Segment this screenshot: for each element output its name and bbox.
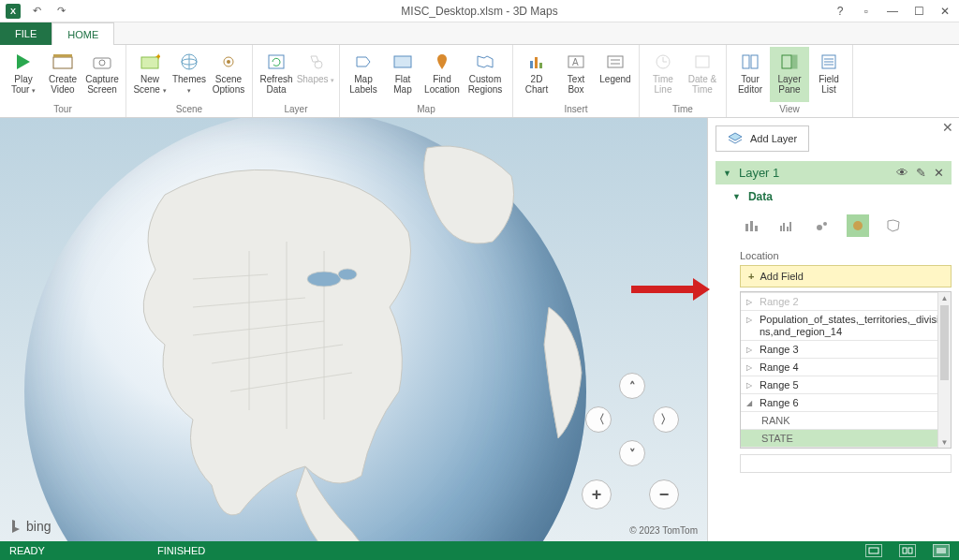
svg-rect-2: [53, 54, 72, 57]
ribbon-options-button[interactable]: ▫: [856, 2, 877, 21]
scroll-up-button[interactable]: ▲: [938, 292, 951, 303]
layer-pane-icon: [778, 51, 801, 73]
svg-rect-50: [908, 548, 912, 553]
svg-point-47: [853, 221, 863, 230]
text-box-button[interactable]: A TextBox: [556, 47, 596, 102]
svg-rect-44: [789, 222, 791, 231]
legend-button[interactable]: Legend: [596, 47, 635, 102]
group-view: TourEditor LayerPane FieldList View: [727, 45, 853, 117]
tilt-up-button[interactable]: ˄: [619, 373, 645, 399]
legend-icon: [604, 51, 627, 73]
add-layer-button[interactable]: Add Layer: [716, 125, 809, 152]
field-list-scrollbar[interactable]: ▲ ▼: [937, 292, 951, 448]
create-video-button[interactable]: CreateVideo: [43, 47, 82, 102]
redo-button[interactable]: ↷: [52, 3, 69, 20]
field-item-state[interactable]: STATE: [741, 430, 951, 448]
svg-marker-0: [17, 54, 30, 69]
field-item-range5[interactable]: ▷Range 5: [741, 376, 951, 394]
zoom-out-button[interactable]: −: [649, 479, 679, 509]
play-tour-button[interactable]: PlayTour: [4, 47, 43, 102]
tilt-down-button[interactable]: ˅: [619, 440, 645, 466]
map-credit: © 2023 TomTom: [629, 525, 698, 536]
globe[interactable]: [24, 118, 586, 541]
close-window-button[interactable]: ✕: [935, 2, 955, 21]
layer-pane-button[interactable]: LayerPane: [770, 47, 809, 102]
svg-rect-42: [783, 223, 785, 231]
close-pane-button[interactable]: ✕: [942, 120, 953, 135]
field-list-button[interactable]: FieldList: [809, 47, 848, 102]
visibility-icon[interactable]: 👁: [896, 166, 908, 180]
status-view2-button[interactable]: [899, 544, 916, 557]
svg-rect-31: [792, 55, 797, 68]
field-item-range6[interactable]: ◢Range 6: [741, 394, 951, 412]
svg-point-36: [307, 272, 341, 287]
capture-screen-button[interactable]: CaptureScreen: [82, 47, 122, 102]
data-section-header[interactable]: ▼ Data: [716, 184, 952, 207]
collapse-icon[interactable]: ▼: [723, 169, 731, 178]
status-finished: FINISHED: [157, 545, 205, 556]
bubble-type[interactable]: [811, 214, 834, 237]
chart-type-picker: [716, 207, 952, 246]
scene-options-button[interactable]: SceneOptions: [209, 47, 248, 102]
date-time-button[interactable]: Date &Time: [683, 47, 722, 102]
scroll-thumb[interactable]: [940, 305, 949, 380]
play-icon: [12, 51, 35, 73]
stacked-column-type[interactable]: [740, 214, 762, 237]
svg-rect-28: [743, 55, 749, 68]
find-location-button[interactable]: FindLocation: [422, 47, 462, 102]
zoom-in-button[interactable]: +: [582, 479, 612, 509]
field-item-range4[interactable]: ▷Range 4: [741, 359, 951, 376]
callout-arrow: [631, 278, 710, 301]
add-field-button[interactable]: + Add Field: [740, 265, 952, 287]
new-scene-button[interactable]: ✦ NewScene: [130, 47, 170, 102]
camera-icon: [91, 51, 113, 73]
svg-rect-27: [696, 56, 709, 67]
ribbon-tabs: FILE HOME: [0, 22, 959, 45]
themes-button[interactable]: Themes: [170, 47, 209, 102]
window-title: MISC_Desktop.xlsm - 3D Maps: [401, 5, 557, 18]
video-icon: [52, 51, 74, 73]
rotate-left-button[interactable]: 〈: [585, 406, 612, 433]
svg-rect-15: [394, 56, 411, 67]
flat-map-button[interactable]: FlatMap: [383, 47, 422, 102]
calendar-icon: [691, 51, 714, 73]
svg-point-11: [227, 60, 230, 64]
height-field-box[interactable]: [740, 454, 952, 473]
rotate-right-button[interactable]: 〉: [653, 406, 679, 433]
clustered-column-type[interactable]: [775, 214, 798, 237]
timeline-button[interactable]: TimeLine: [643, 47, 683, 102]
status-view1-button[interactable]: [865, 544, 882, 557]
svg-point-37: [338, 269, 357, 280]
tab-home[interactable]: HOME: [52, 22, 114, 45]
rename-icon[interactable]: ✎: [916, 166, 926, 180]
scroll-down-button[interactable]: ▼: [938, 436, 951, 448]
shapes-button[interactable]: Shapes: [296, 47, 335, 102]
region-type[interactable]: [882, 214, 905, 237]
layer-header[interactable]: ▼ Layer 1 👁 ✎ ✕: [716, 161, 952, 184]
field-item-range3[interactable]: ▷Range 3: [741, 341, 951, 359]
plus-icon: +: [748, 271, 754, 282]
custom-regions-button[interactable]: CustomRegions: [462, 47, 509, 102]
minimize-button[interactable]: —: [882, 2, 903, 21]
field-item-rank[interactable]: RANK: [741, 412, 951, 430]
heatmap-type[interactable]: [847, 214, 869, 237]
field-item-population[interactable]: ▷Population_of_states,_territories,_divi…: [741, 311, 951, 341]
refresh-data-button[interactable]: RefreshData: [257, 47, 296, 102]
group-scene: ✦ NewScene Themes SceneOptions Scene: [126, 45, 253, 117]
maximize-button[interactable]: ☐: [908, 2, 929, 21]
tour-editor-button[interactable]: TourEditor: [730, 47, 770, 102]
2d-chart-button[interactable]: 2DChart: [517, 47, 556, 102]
ribbon: PlayTour CreateVideo CaptureScreen Tour …: [0, 45, 959, 118]
map-canvas[interactable]: ˄ ˅ 〈 〉 + − bing © 2023 TomTom: [0, 118, 707, 541]
tab-file[interactable]: FILE: [0, 22, 52, 45]
undo-button[interactable]: ↶: [28, 3, 45, 20]
help-button[interactable]: ?: [830, 2, 850, 21]
layers-icon: [728, 132, 743, 145]
field-item-range2[interactable]: ▷Range 2: [741, 292, 951, 311]
status-bar: READY FINISHED: [0, 541, 959, 560]
svg-rect-49: [903, 548, 907, 553]
delete-layer-icon[interactable]: ✕: [934, 166, 944, 180]
status-ready: READY: [9, 545, 45, 556]
map-labels-button[interactable]: MapLabels: [344, 47, 383, 102]
status-view3-button[interactable]: [933, 544, 950, 557]
